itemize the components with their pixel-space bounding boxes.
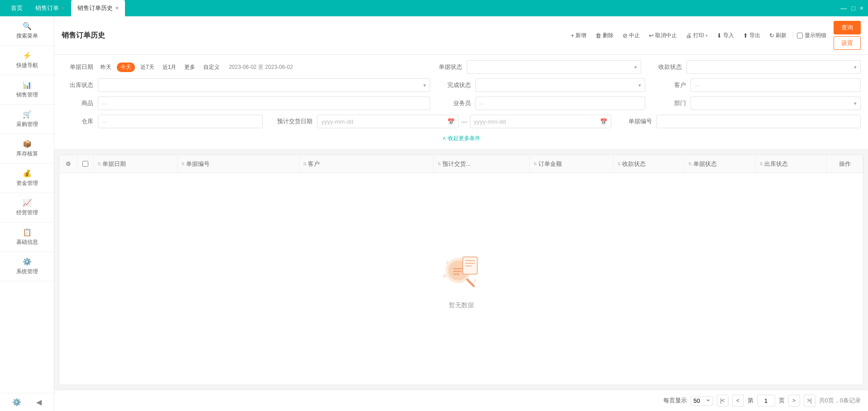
- sidebar-item-quick-nav[interactable]: ⚡ 快捷导航: [0, 46, 54, 75]
- customer-control[interactable]: ···: [691, 78, 861, 92]
- sidebar-item-system[interactable]: ⚙️ 系统管理: [0, 252, 54, 281]
- th-out-sort-icon: ⇅: [759, 161, 763, 166]
- operations-icon: 📈: [23, 198, 32, 207]
- print-arrow-icon: ▾: [705, 33, 708, 38]
- calendar-from-icon[interactable]: 📅: [447, 118, 455, 125]
- goods-label: 商品: [62, 99, 98, 107]
- payment-status-control[interactable]: ▾: [686, 60, 861, 74]
- complete-status-control[interactable]: ▾: [475, 78, 646, 92]
- tab-sales-order-history[interactable]: 销售订单历史 ×: [71, 0, 125, 16]
- svg-point-10: [446, 261, 449, 264]
- filter-row-4: 仓库 ··· 预计交货日期 yyyy-mm-dd 📅 — yyyy-mm-dd …: [62, 115, 861, 128]
- page-input[interactable]: [757, 395, 775, 406]
- import-button[interactable]: ⬇ 导入: [714, 30, 737, 41]
- bill-status-control[interactable]: ▾: [467, 60, 641, 74]
- delivery-date-to[interactable]: yyyy-mm-dd 📅: [470, 115, 611, 128]
- tab-home[interactable]: 首页: [5, 0, 29, 16]
- sidebar-item-inventory[interactable]: 📦 库存核算: [0, 134, 54, 164]
- tab-sales-order[interactable]: 销售订单 ×: [29, 0, 71, 16]
- th-delivery[interactable]: ⇅ 预计交货...: [434, 155, 530, 173]
- shortcut-today[interactable]: 今天: [117, 63, 135, 72]
- th-checkbox[interactable]: [77, 156, 94, 171]
- page-size-label: 每页显示: [663, 396, 687, 405]
- goods-control[interactable]: ···: [98, 97, 430, 110]
- stop-label: 中止: [629, 32, 640, 39]
- print-button[interactable]: 🖨 打印 ▾: [683, 30, 710, 41]
- sidebar-item-operations-label: 经营管理: [16, 209, 38, 217]
- close-icon[interactable]: ×: [860, 5, 863, 12]
- sidebar-item-operations[interactable]: 📈 经营管理: [0, 193, 54, 222]
- settings-button[interactable]: 设置: [834, 36, 861, 50]
- out-status-control[interactable]: ▾: [98, 78, 430, 92]
- page-prev-button[interactable]: <: [732, 395, 744, 406]
- display-toggle[interactable]: 显示明细: [797, 32, 826, 39]
- th-amount[interactable]: ⇅ 订单金额: [530, 155, 614, 173]
- complete-status-arrow: ▾: [638, 82, 641, 88]
- th-payment[interactable]: ⇅ 收款状态: [614, 155, 685, 173]
- pagination: 每页显示 20 50 100 |< < 第 页 > >| 共0页，0条记录: [54, 390, 868, 411]
- page-size-select[interactable]: 20 50 100: [691, 396, 713, 406]
- new-button[interactable]: + 新增: [568, 30, 589, 41]
- print-label: 打印: [693, 32, 704, 39]
- th-date[interactable]: ⇅ 单据日期: [94, 155, 177, 173]
- delivery-date-from[interactable]: yyyy-mm-dd 📅: [317, 115, 458, 128]
- shortcut-7days[interactable]: 近7天: [138, 63, 157, 72]
- th-status[interactable]: ⇅ 单据状态: [685, 155, 756, 173]
- salesperson-control[interactable]: ···: [475, 97, 646, 110]
- warehouse-control[interactable]: ···: [98, 115, 263, 128]
- tab-sales-order-close[interactable]: ×: [62, 5, 65, 11]
- refresh-label: 刷新: [776, 32, 786, 39]
- display-toggle-checkbox[interactable]: [797, 33, 803, 39]
- page-next-button[interactable]: >: [788, 395, 800, 406]
- shortcut-custom[interactable]: 自定义: [201, 63, 222, 72]
- collapse-sidebar-icon[interactable]: ◀: [36, 398, 42, 406]
- select-all-checkbox[interactable]: [82, 161, 88, 167]
- tab-sales-order-history-close[interactable]: ×: [115, 5, 119, 11]
- sidebar-item-sales-mgmt-label: 销售管理: [16, 91, 38, 99]
- stop-button[interactable]: ⊘ 中止: [620, 30, 643, 41]
- delete-button[interactable]: 🗑 删除: [593, 30, 616, 41]
- refresh-icon: ↻: [769, 32, 774, 39]
- bill-no-control[interactable]: [657, 115, 861, 128]
- shortcut-yesterday[interactable]: 昨天: [98, 63, 114, 72]
- delete-icon: 🗑: [595, 32, 601, 39]
- query-button[interactable]: 查询: [834, 21, 861, 34]
- th-customer-sort-icon: ⇅: [303, 161, 307, 166]
- department-arrow: ▾: [854, 101, 857, 106]
- th-delivery-label: 预计交货...: [442, 160, 471, 168]
- page-first-button[interactable]: |<: [717, 395, 729, 406]
- sidebar-item-finance[interactable]: 💰 资金管理: [0, 164, 54, 193]
- maximize-icon[interactable]: □: [851, 5, 855, 12]
- th-settings[interactable]: ⚙: [59, 156, 77, 172]
- department-control[interactable]: ▾: [691, 97, 861, 110]
- sidebar-item-purchase-mgmt[interactable]: 🛒 采购管理: [0, 105, 54, 134]
- shortcut-1month[interactable]: 近1月: [160, 63, 179, 72]
- page-last-button[interactable]: >|: [804, 395, 815, 406]
- cancel-stop-button[interactable]: ↩ 取消中止: [646, 30, 680, 41]
- collapse-row[interactable]: ∧ 收起更多条件: [62, 133, 861, 144]
- sidebar-item-sales-mgmt[interactable]: 📊 销售管理: [0, 75, 54, 105]
- sales-mgmt-icon: 📊: [23, 81, 32, 89]
- sidebar-item-finance-label: 资金管理: [16, 179, 38, 187]
- th-out[interactable]: ⇅ 出库状态: [756, 155, 827, 173]
- refresh-button[interactable]: ↻ 刷新: [767, 30, 789, 41]
- system-icon: ⚙️: [23, 257, 32, 266]
- toolbar: + 新增 🗑 删除 ⊘ 中止 ↩ 取消中止: [568, 21, 861, 50]
- calendar-to-icon[interactable]: 📅: [600, 118, 607, 125]
- sidebar-item-search-menu[interactable]: 🔍 搜索菜单: [0, 16, 54, 46]
- sidebar-item-basic-info[interactable]: 📋 基础信息: [0, 222, 54, 252]
- print-icon: 🖨: [686, 32, 692, 39]
- page-total: 共0页，0条记录: [819, 396, 861, 405]
- sidebar-bottom: ⚙️ ◀: [0, 393, 54, 411]
- cancel-stop-icon: ↩: [649, 32, 654, 39]
- sidebar-item-basic-info-label: 基础信息: [16, 238, 38, 246]
- th-amount-sort-icon: ⇅: [533, 161, 537, 166]
- tabs: 首页 销售订单 × 销售订单历史 ×: [5, 0, 125, 16]
- settings-bottom-icon[interactable]: ⚙️: [12, 398, 21, 406]
- th-customer[interactable]: ⇅ 客户: [299, 155, 434, 173]
- export-icon: ⬆: [743, 32, 748, 39]
- shortcut-more[interactable]: 更多: [182, 63, 198, 72]
- export-button[interactable]: ⬆ 导出: [740, 30, 763, 41]
- minimize-icon[interactable]: —: [840, 5, 847, 12]
- th-no[interactable]: ⇅ 单据编号: [177, 155, 299, 173]
